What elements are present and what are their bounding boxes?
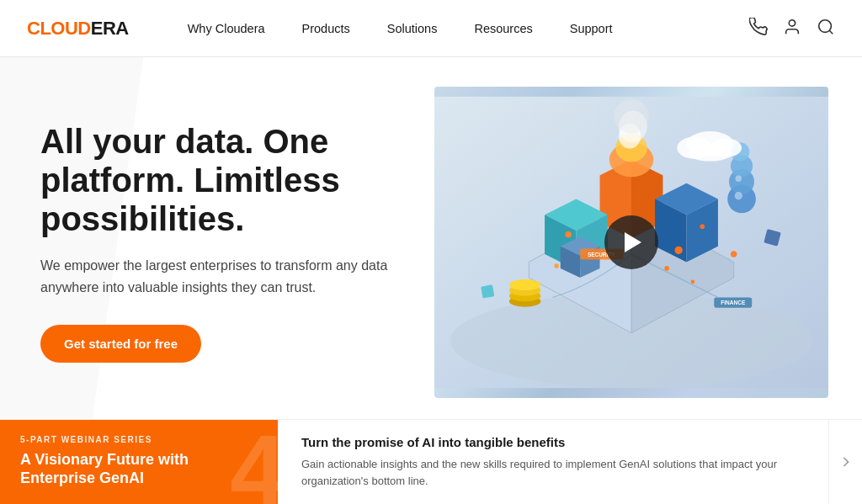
header-icons: [749, 18, 835, 40]
svg-point-27: [700, 224, 705, 229]
next-arrow-button[interactable]: [828, 420, 862, 504]
user-icon[interactable]: [783, 18, 801, 40]
webinar-card[interactable]: 5-PART WEBINAR SERIES A Visionary Future…: [0, 420, 278, 504]
hero-section: All your data. One platform. Limitless p…: [0, 57, 862, 419]
get-started-button[interactable]: Get started for free: [40, 325, 201, 363]
svg-point-35: [736, 175, 742, 181]
search-icon[interactable]: [817, 18, 835, 40]
play-triangle-icon: [625, 232, 641, 252]
hero-title: All your data. One platform. Limitless p…: [40, 122, 418, 238]
hero-image: SECURITY FINANCE: [434, 87, 828, 398]
svg-line-2: [829, 30, 833, 34]
play-button[interactable]: [604, 215, 658, 269]
svg-point-39: [509, 279, 540, 290]
webinar-bg-number: 4: [230, 420, 278, 504]
svg-point-49: [691, 279, 695, 284]
svg-point-28: [554, 263, 559, 268]
svg-rect-51: [481, 284, 494, 298]
nav-solutions[interactable]: Solutions: [369, 22, 456, 35]
main-nav: Why Cloudera Products Solutions Resource…: [169, 22, 749, 35]
nav-support[interactable]: Support: [551, 22, 631, 35]
svg-text:FINANCE: FINANCE: [721, 300, 746, 305]
webinar-label: 5-PART WEBINAR SERIES: [20, 435, 258, 444]
svg-point-25: [674, 247, 682, 254]
svg-point-34: [735, 192, 742, 199]
webinar-title: A Visionary Future with Enterprise GenAI: [20, 451, 258, 487]
hero-subtitle: We empower the largest enterprises to tr…: [40, 255, 418, 298]
svg-point-15: [614, 99, 648, 134]
webinar-content: Turn the promise of AI into tangible ben…: [278, 420, 828, 504]
nav-resources[interactable]: Resources: [455, 22, 551, 35]
logo[interactable]: CLOUDERA: [27, 18, 129, 40]
webinar-content-text: Gain actionable insights and the new ski…: [301, 456, 805, 489]
svg-point-29: [731, 251, 737, 257]
svg-point-43: [688, 146, 732, 162]
bottom-section: 5-PART WEBINAR SERIES A Visionary Future…: [0, 419, 862, 504]
hero-text: All your data. One platform. Limitless p…: [40, 122, 434, 363]
svg-point-0: [789, 19, 795, 25]
phone-icon[interactable]: [749, 18, 768, 40]
svg-point-1: [819, 19, 832, 32]
header: CLOUDERA Why Cloudera Products Solutions…: [0, 0, 862, 57]
svg-point-48: [664, 266, 669, 271]
logo-part2: ERA: [91, 18, 129, 39]
webinar-content-title: Turn the promise of AI into tangible ben…: [301, 435, 805, 449]
nav-why-cloudera[interactable]: Why Cloudera: [169, 22, 284, 35]
svg-point-26: [565, 231, 571, 237]
chevron-right-icon: [838, 454, 854, 470]
nav-products[interactable]: Products: [284, 22, 369, 35]
logo-part1: CLOUD: [27, 18, 91, 39]
